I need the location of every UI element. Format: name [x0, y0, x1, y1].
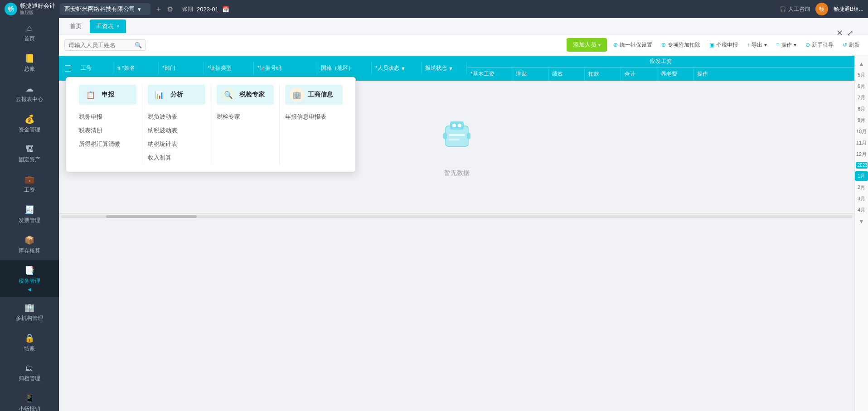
month-item-12[interactable]: 12月 — [855, 150, 868, 159]
th-cert-no: *证据号码 — [254, 62, 317, 75]
maximize-icon[interactable]: ⤢ — [847, 28, 853, 38]
menu-item-tax-stats[interactable]: 纳税统计表 — [148, 137, 205, 151]
month-item-9[interactable]: 9月 — [855, 116, 868, 125]
social-security-button[interactable]: ⊕ 统一社保设置 — [611, 39, 655, 51]
add-person-label: 添加人员 — [573, 41, 596, 49]
calendar-icon[interactable]: 📅 — [222, 6, 229, 13]
dropdown-col-tax-expert: 🔍 税检专家 税检专家 — [211, 85, 280, 164]
menu-item-tax-expert[interactable]: 税检专家 — [217, 110, 274, 124]
export-dropdown-icon: ▾ — [764, 42, 767, 48]
right-panel: ▲ 5月 6月 7月 8月 9月 10月 11月 12月 2023 1月 2月 … — [854, 56, 868, 411]
sidebar-item-invoice[interactable]: 🧾 发票管理 — [0, 199, 59, 230]
next-period-button[interactable]: ▼ — [858, 217, 866, 226]
sidebar-item-archive[interactable]: 🗂 归档管理 — [0, 358, 59, 388]
period-label: 账期 — [182, 5, 193, 13]
close-icon[interactable]: ✕ — [836, 28, 843, 38]
menu-item-tax-fluctuation[interactable]: 税负波动表 — [148, 110, 205, 124]
multi-org-icon: 🏢 — [24, 303, 34, 313]
report-filter-icon[interactable]: ▼ — [448, 66, 453, 71]
new-guide-button[interactable]: ⊙ 新手引导 — [803, 39, 836, 51]
refresh-button[interactable]: ↺ 刷新 — [840, 39, 863, 51]
month-item-8[interactable]: 8月 — [855, 104, 868, 114]
menu-item-tax-payment-fluctuation[interactable]: 纳税波动表 — [148, 124, 205, 137]
horizontal-scrollbar[interactable] — [59, 213, 854, 219]
month-item-11[interactable]: 11月 — [855, 138, 868, 148]
toolbar: 🔍 添加人员 ▾ ⊕ 统一社保设置 ⊕ 专项附加扣除 ▣ 个税申报 ↑ 导出 — [59, 34, 868, 56]
menu-item-annual-report[interactable]: 年报信息申报表 — [285, 110, 343, 124]
ledger-icon: 📒 — [24, 53, 34, 63]
sidebar-item-fund[interactable]: 💰 资金管理 — [0, 109, 59, 139]
month-item-6[interactable]: 6月 — [855, 82, 868, 91]
personal-tax-icon: ▣ — [709, 42, 714, 48]
sidebar-item-tax[interactable]: 📑 税务管理 ◀ — [0, 260, 59, 297]
export-button[interactable]: ↑ 导出 ▾ — [744, 39, 770, 51]
service-label: 人工咨询 — [788, 5, 810, 13]
popup-controls: ✕ ⤢ — [836, 28, 853, 38]
add-company-icon[interactable]: ＋ — [155, 5, 162, 14]
th-total: 合计 — [621, 68, 657, 81]
current-year-label: 2023 — [856, 162, 868, 169]
sidebar: ⌂ 首页 📒 总账 ☁ 云报表中心 💰 资金管理 🏗 固定资产 💼 工资 🧾 发… — [0, 18, 59, 411]
sidebar-item-multi-org[interactable]: 🏢 多机构管理 — [0, 297, 59, 328]
th-base-wage: *基本工资 — [467, 68, 512, 81]
tab-close-icon[interactable]: × — [116, 23, 120, 29]
menu-item-tax-table[interactable]: 税表清册 — [79, 124, 136, 137]
th-checkbox[interactable] — [59, 65, 77, 72]
sidebar-item-home[interactable]: ⌂ 首页 — [0, 18, 59, 48]
tab-payroll[interactable]: 工资表 × — [90, 19, 126, 33]
settings-icon[interactable]: ⚙ — [167, 5, 173, 14]
tab-home[interactable]: 首页 — [63, 19, 88, 33]
top-bar: 畅 畅捷通好会计 旗舰版 西安虾米网络科技有限公司 ▾ ＋ ⚙ 账期 2023-… — [0, 0, 868, 18]
logo-icon: 畅 — [5, 3, 17, 15]
analysis-icon: 📊 — [152, 87, 167, 102]
user-name[interactable]: 畅捷通B组... — [834, 5, 863, 13]
menu-item-tax-report[interactable]: 税务申报 — [79, 110, 136, 124]
home-icon: ⌂ — [27, 24, 32, 33]
month-item-7[interactable]: 7月 — [855, 93, 868, 102]
month-item-2[interactable]: 2月 — [855, 183, 868, 192]
month-item-5[interactable]: 5月 — [855, 70, 868, 80]
menu-item-income-estimate[interactable]: 收入测算 — [148, 151, 205, 164]
scroll-thumb[interactable] — [106, 215, 197, 218]
menu-item-income-tax[interactable]: 所得税汇算清缴 — [79, 137, 136, 151]
search-wrapper[interactable]: 🔍 — [64, 39, 146, 51]
month-item-4[interactable]: 4月 — [855, 205, 868, 215]
th-deduction: 扣款 — [585, 68, 621, 81]
filter-icon[interactable]: ▼ — [401, 66, 406, 71]
th-status: *人员状态 ▼ — [372, 62, 422, 75]
sidebar-item-fixed-assets[interactable]: 🏗 固定资产 — [0, 139, 59, 169]
sidebar-item-payroll[interactable]: 💼 工资 — [0, 169, 59, 199]
export-icon: ↑ — [747, 42, 750, 48]
prev-period-button[interactable]: ▲ — [858, 59, 866, 68]
col-header-tax-expert: 🔍 税检专家 — [217, 85, 274, 105]
personal-tax-button[interactable]: ▣ 个税申报 — [707, 39, 741, 51]
sidebar-item-cloud-report[interactable]: ☁ 云报表中心 — [0, 78, 59, 109]
sidebar-item-ledger[interactable]: 📒 总账 — [0, 48, 59, 78]
sidebar-item-mini-report[interactable]: 📱 小畅报销 — [0, 388, 59, 411]
company-selector[interactable]: 西安虾米网络科技有限公司 ▾ — [60, 3, 150, 15]
operations-icon: ≡ — [776, 42, 779, 48]
add-person-button[interactable]: 添加人员 ▾ — [567, 38, 607, 52]
sidebar-item-closing[interactable]: 🔒 结账 — [0, 328, 59, 358]
search-input[interactable] — [68, 42, 132, 48]
bizinfo-icon: 🏢 — [290, 87, 304, 102]
th-pension: 养老费 — [657, 68, 693, 81]
scroll-track — [61, 215, 853, 218]
svg-rect-6 — [443, 133, 447, 139]
select-all-checkbox[interactable] — [65, 65, 71, 72]
app-name: 畅捷通好会计 — [20, 2, 55, 10]
sidebar-item-inventory[interactable]: 📦 库存核算 — [0, 230, 59, 260]
col-title-shenbao: 申报 — [102, 91, 114, 99]
th-id: 工号 — [77, 62, 113, 75]
month-item-10[interactable]: 10月 — [855, 127, 868, 136]
operations-button[interactable]: ≡ 操作 ▾ — [773, 39, 799, 51]
add-dropdown-icon: ▾ — [598, 43, 601, 48]
new-guide-icon: ⊙ — [805, 42, 810, 48]
headset-icon: 🎧 — [780, 6, 786, 12]
month-item-1[interactable]: 1月 — [855, 171, 868, 181]
month-item-3[interactable]: 3月 — [855, 194, 868, 203]
special-deduction-button[interactable]: ⊕ 专项附加扣除 — [659, 39, 703, 51]
col-header-shenbao: 📋 申报 — [79, 85, 136, 105]
service-button[interactable]: 🎧 人工咨询 — [780, 5, 810, 13]
search-icon: 🔍 — [135, 42, 142, 48]
